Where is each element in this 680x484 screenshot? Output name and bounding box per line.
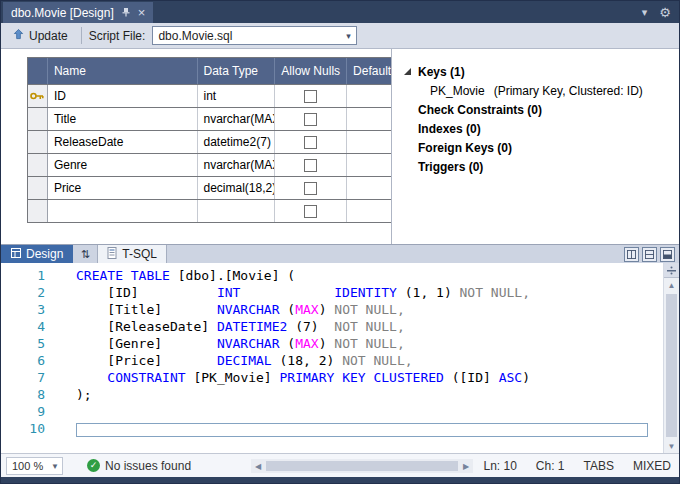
allow-nulls-cell[interactable]: [275, 154, 347, 176]
grid-header-default[interactable]: Default: [347, 58, 391, 84]
allow-nulls-checkbox[interactable]: [304, 136, 317, 149]
code-line[interactable]: [76, 403, 661, 420]
default-cell[interactable]: [347, 108, 391, 130]
scrollbar-thumb[interactable]: [666, 294, 677, 437]
scroll-up-icon[interactable]: ▲: [664, 278, 679, 292]
code-line[interactable]: [Title] NVARCHAR (MAX) NOT NULL,: [76, 301, 661, 318]
table-row[interactable]: Pricedecimal(18,2): [28, 176, 391, 199]
tab-tsql[interactable]: T-SQL: [97, 245, 167, 263]
column-name-cell[interactable]: Title: [48, 108, 198, 130]
column-name-cell[interactable]: Price: [48, 177, 198, 199]
tsql-editor[interactable]: 12345678910 CREATE TABLE [dbo].[Movie] (…: [1, 263, 679, 453]
default-cell[interactable]: [347, 85, 391, 107]
row-header[interactable]: [28, 85, 48, 107]
close-icon[interactable]: ×: [138, 6, 146, 19]
tree-section[interactable]: Indexes (0): [403, 119, 675, 138]
active-edit-field[interactable]: [76, 423, 648, 437]
pane-layout-buttons: [624, 247, 675, 262]
table-row[interactable]: IDint: [28, 84, 391, 107]
swap-panes-icon[interactable]: ⇅: [73, 245, 97, 263]
split-vertical-icon[interactable]: [624, 247, 639, 262]
allow-nulls-checkbox[interactable]: [304, 159, 317, 172]
pin-icon[interactable]: [121, 6, 131, 20]
code-area[interactable]: CREATE TABLE [dbo].[Movie] ( [ID] INT ID…: [76, 267, 661, 437]
allow-nulls-cell[interactable]: [275, 85, 347, 107]
allow-nulls-checkbox[interactable]: [304, 205, 317, 218]
tree-child-item[interactable]: PK_Movie(Primary Key, Clustered: ID): [403, 81, 675, 100]
split-horizontal-icon[interactable]: [642, 247, 657, 262]
zoom-dropdown-icon[interactable]: ▼: [48, 462, 62, 471]
row-header[interactable]: [28, 200, 48, 222]
design-grid-icon: [11, 247, 21, 261]
data-type-cell[interactable]: datetime2(7): [198, 131, 276, 153]
data-type-cell[interactable]: int: [198, 85, 276, 107]
default-cell[interactable]: [347, 154, 391, 176]
row-header[interactable]: [28, 108, 48, 130]
allow-nulls-cell[interactable]: [275, 131, 347, 153]
table-row[interactable]: Titlenvarchar(MAX): [28, 107, 391, 130]
tab-design[interactable]: Design: [1, 245, 73, 263]
allow-nulls-checkbox[interactable]: [304, 182, 317, 195]
update-button[interactable]: Update: [7, 26, 74, 45]
zoom-selector[interactable]: 100 % ▼: [6, 457, 63, 475]
default-cell[interactable]: [347, 177, 391, 199]
grid-header-name[interactable]: Name: [48, 58, 198, 84]
code-line[interactable]: [ID] INT IDENTITY (1, 1) NOT NULL,: [76, 284, 661, 301]
column-name-cell[interactable]: Genre: [48, 154, 198, 176]
code-line[interactable]: [ReleaseDate] DATETIME2 (7) NOT NULL,: [76, 318, 661, 335]
table-row[interactable]: [28, 199, 391, 222]
combobox-arrow-icon[interactable]: ▾: [340, 31, 356, 41]
scroll-left-icon[interactable]: ◀: [251, 462, 265, 471]
code-line[interactable]: [Genre] NVARCHAR (MAX) NOT NULL,: [76, 335, 661, 352]
allow-nulls-cell[interactable]: [275, 200, 347, 222]
script-file-combobox[interactable]: dbo.Movie.sql ▾: [152, 26, 357, 45]
code-line[interactable]: [76, 420, 661, 437]
code-line[interactable]: CREATE TABLE [dbo].[Movie] (: [76, 267, 661, 284]
tree-section[interactable]: Foreign Keys (0): [403, 138, 675, 157]
data-type-cell[interactable]: [198, 200, 276, 222]
maximize-pane-icon[interactable]: [660, 247, 675, 262]
line-number: 10: [1, 420, 45, 437]
expander-icon[interactable]: [403, 67, 412, 76]
data-type-cell[interactable]: decimal(18,2): [198, 177, 276, 199]
allow-nulls-cell[interactable]: [275, 108, 347, 130]
allow-nulls-checkbox[interactable]: [304, 113, 317, 126]
default-cell[interactable]: [347, 200, 391, 222]
table-row[interactable]: ReleaseDatedatetime2(7): [28, 130, 391, 153]
table-row[interactable]: Genrenvarchar(MAX): [28, 153, 391, 176]
scroll-right-icon[interactable]: ▶: [459, 462, 473, 471]
code-line[interactable]: );: [76, 386, 661, 403]
line-ending-indicator[interactable]: MIXED: [633, 459, 671, 473]
editor-horizontal-scrollbar[interactable]: ◀ ▶: [251, 459, 473, 473]
tree-section[interactable]: Triggers (0): [403, 157, 675, 176]
column-name-cell[interactable]: ID: [48, 85, 198, 107]
horizontal-scrollbar-thumb[interactable]: [266, 461, 458, 471]
editor-vertical-scrollbar[interactable]: ▲ ▼: [663, 263, 679, 453]
window-bottom-edge: [1, 477, 679, 483]
scroll-down-icon[interactable]: ▼: [664, 439, 679, 453]
data-type-cell[interactable]: nvarchar(MAX): [198, 108, 276, 130]
tree-section[interactable]: Check Constraints (0): [403, 100, 675, 119]
gear-icon[interactable]: ⚙: [659, 5, 671, 20]
row-header[interactable]: [28, 177, 48, 199]
allow-nulls-cell[interactable]: [275, 177, 347, 199]
chevron-down-icon[interactable]: ▾: [642, 6, 648, 19]
column-name-cell[interactable]: [48, 200, 198, 222]
grid-header-allow-nulls[interactable]: Allow Nulls: [275, 58, 347, 84]
allow-nulls-checkbox[interactable]: [304, 90, 317, 103]
row-header[interactable]: [28, 131, 48, 153]
code-line[interactable]: [Price] DECIMAL (18, 2) NOT NULL,: [76, 352, 661, 369]
column-name-cell[interactable]: ReleaseDate: [48, 131, 198, 153]
grid-corner-header[interactable]: [28, 58, 48, 84]
code-line[interactable]: CONSTRAINT [PK_Movie] PRIMARY KEY CLUSTE…: [76, 369, 661, 386]
editor-splitter-grip[interactable]: [664, 263, 679, 278]
designer-pane: Name Data Type Allow Nulls Default IDint…: [1, 49, 679, 244]
tree-section[interactable]: Keys (1): [403, 62, 675, 81]
document-tab[interactable]: dbo.Movie [Design] ×: [3, 2, 153, 23]
tabs-indicator[interactable]: TABS: [584, 459, 614, 473]
pane-splitter[interactable]: [391, 49, 392, 244]
grid-header-data-type[interactable]: Data Type: [198, 58, 276, 84]
default-cell[interactable]: [347, 131, 391, 153]
data-type-cell[interactable]: nvarchar(MAX): [198, 154, 276, 176]
row-header[interactable]: [28, 154, 48, 176]
